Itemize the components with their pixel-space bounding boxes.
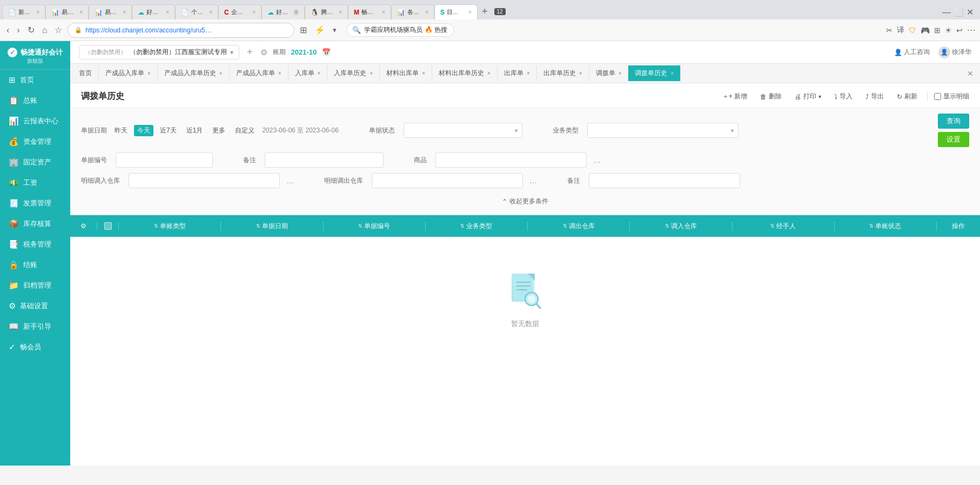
page-tab-product-in[interactable]: 产成品入库单 × [99, 65, 158, 81]
sidebar-item-invoice[interactable]: 🧾 发票管理 [0, 193, 70, 214]
sidebar-item-settings[interactable]: ⚙ 基础设置 [0, 296, 70, 316]
export-btn[interactable]: ⤴ 导出 [862, 90, 887, 103]
browser-tab[interactable]: 📊 易… × [45, 4, 89, 19]
page-tab-in-history[interactable]: 入库单历史 × [327, 65, 380, 81]
detail-in-input[interactable] [129, 173, 280, 188]
th-doc-no[interactable]: ⇅ 单据编号 [324, 222, 426, 231]
th-out-warehouse[interactable]: ⇅ 调出仓库 [528, 222, 630, 231]
page-tab-transfer[interactable]: 调拨单 × [589, 65, 629, 81]
cut-icon[interactable]: ✂ [886, 26, 892, 35]
status-select[interactable]: ▾ [404, 123, 522, 138]
settings-btn[interactable]: 设置 [938, 132, 969, 147]
add-company-btn[interactable]: + [245, 46, 255, 58]
back-button[interactable]: ‹ [4, 23, 11, 37]
window-control-minimize[interactable]: — [942, 8, 951, 17]
sidebar-item-inventory[interactable]: 📦 库存核算 [0, 214, 70, 234]
date-btn-more[interactable]: 更多 [209, 125, 229, 136]
date-btn-custom[interactable]: 自定义 [232, 125, 258, 136]
th-biz-type[interactable]: ⇅ 业务类型 [426, 222, 528, 231]
shield-icon[interactable]: 🛡 [909, 26, 916, 35]
window-control-maximize[interactable]: ⬜ [954, 8, 963, 17]
date-btn-yesterday[interactable]: 昨天 [111, 125, 131, 136]
forward-button[interactable]: › [15, 23, 22, 37]
browser-tab[interactable]: 📊 各… × [391, 4, 434, 19]
detail-out-ellipsis-btn[interactable]: … [529, 176, 537, 185]
date-btn-7days[interactable]: 近7天 [157, 125, 180, 136]
sidebar-item-ledger[interactable]: 📋 总账 [0, 90, 70, 111]
page-tab-material-out-history[interactable]: 材料出库单历史 × [432, 65, 498, 81]
page-tab-in[interactable]: 入库单 × [288, 65, 328, 81]
sidebar-item-reports[interactable]: 📊 云报表中心 [0, 111, 70, 131]
collapse-btn[interactable]: ⌃ 收起更多条件 [81, 194, 969, 209]
sidebar-item-assets[interactable]: 🏢 固定资产 [0, 152, 70, 172]
extensions-btn[interactable]: ⊞ [298, 23, 309, 37]
page-tab-home[interactable]: 首页 [72, 65, 99, 81]
sidebar-item-home[interactable]: ⊞ 首页 [0, 70, 70, 90]
th-date[interactable]: ⇅ 单据日期 [221, 222, 323, 231]
goods-ellipsis-btn[interactable]: … [593, 156, 601, 164]
search-bar[interactable]: 🔍 学霸应聘机场驱鸟员 🔥 热搜 [346, 23, 454, 37]
query-btn[interactable]: 查询 [938, 114, 969, 129]
sidebar-item-salary[interactable]: 💵 工资 [0, 172, 70, 193]
th-doc-type[interactable]: ⇅ 单账类型 [119, 222, 221, 231]
sidebar-item-archive[interactable]: 📁 归档管理 [0, 275, 70, 296]
page-tab-material-out[interactable]: 材料出库单 × [380, 65, 432, 81]
translate-icon[interactable]: 译 [897, 25, 904, 35]
home-button[interactable]: ⌂ [40, 23, 50, 37]
sidebar-item-capital[interactable]: 💰 资金管理 [0, 131, 70, 152]
print-btn[interactable]: 🖨 打印 ▾ [791, 90, 824, 103]
company-selector[interactable]: （勿删勿禁用） （勿删勿禁用）江西服宝测试专用 ▾ [79, 45, 239, 59]
sidebar-item-member[interactable]: ✓ 畅会员 [0, 337, 70, 357]
display-toggle[interactable]: 显示明细 [934, 92, 969, 101]
select-all-checkbox[interactable] [104, 222, 112, 230]
browser-tab[interactable]: 📄 新… × [2, 4, 45, 19]
browser-tab[interactable]: 🐧 腾… × [305, 4, 348, 19]
goods-input[interactable] [435, 152, 587, 168]
dropdown-btn[interactable]: ▾ [331, 24, 339, 36]
menu-icon[interactable]: ⋯ [967, 25, 976, 35]
import-btn[interactable]: ⤵ 导入 [831, 90, 856, 103]
settings-btn[interactable]: ⚙ [260, 48, 267, 57]
refresh-btn[interactable]: ↻ 刷新 [894, 90, 921, 103]
browser-tab[interactable]: 📄 个… × [175, 4, 218, 19]
th-handler[interactable]: ⇅ 经手人 [733, 222, 835, 231]
sidebar-item-closing[interactable]: 🔒 结账 [0, 255, 70, 275]
date-btn-1month[interactable]: 近1月 [183, 125, 206, 136]
calendar-icon[interactable]: 📅 [322, 48, 331, 56]
lightning-btn[interactable]: ⚡ [312, 23, 327, 37]
user-avatar[interactable]: 👤 徐泽华 [938, 46, 971, 58]
browser-tab[interactable]: C 企… × [218, 4, 261, 19]
note-input[interactable] [265, 152, 384, 168]
sun-icon[interactable]: ☀ [945, 26, 952, 35]
sidebar-item-tax[interactable]: 📑 税务管理 [0, 234, 70, 255]
browser-tab[interactable]: ☁ 好… × [261, 4, 305, 19]
remark-input[interactable] [589, 173, 740, 188]
th-settings[interactable]: ⚙ [70, 222, 97, 230]
page-tab-product-in2[interactable]: 产成品入库单 × [230, 65, 288, 81]
page-tab-out-history[interactable]: 出库单历史 × [537, 65, 589, 81]
close-all-btn[interactable]: ✕ [963, 67, 978, 80]
window-control-close[interactable]: ✕ [966, 7, 974, 17]
detail-in-ellipsis-btn[interactable]: … [286, 176, 294, 185]
detail-out-input[interactable] [372, 173, 523, 188]
th-select-all[interactable] [97, 222, 119, 230]
biztype-select[interactable]: ▾ [587, 123, 739, 138]
service-btn[interactable]: 👤 人工咨询 [894, 48, 930, 57]
browser-tab-active[interactable]: S 目… × [434, 4, 478, 19]
new-tab-btn[interactable]: + [480, 6, 490, 17]
page-tab-transfer-history[interactable]: 调拨单历史 × [628, 65, 681, 81]
sidebar-item-guide[interactable]: 📖 新手引导 [0, 316, 70, 337]
voucherno-input[interactable] [116, 152, 213, 168]
browser-tab[interactable]: ☁ 好… × [132, 4, 175, 19]
th-status[interactable]: ⇅ 单账状态 [835, 222, 937, 231]
undo-icon[interactable]: ↩ [956, 26, 963, 35]
reload-button[interactable]: ↻ [25, 23, 37, 37]
date-btn-today[interactable]: 今天 [134, 125, 153, 136]
game-icon[interactable]: 🎮 [921, 26, 930, 35]
display-checkbox[interactable] [934, 93, 941, 100]
page-tab-out[interactable]: 出库单 × [498, 65, 537, 81]
page-tab-product-in-history[interactable]: 产成品入库单历史 × [158, 65, 230, 81]
grid-icon[interactable]: ⊞ [934, 26, 941, 35]
delete-btn[interactable]: 🗑 删除 [757, 90, 785, 103]
th-in-warehouse[interactable]: ⇅ 调入仓库 [630, 222, 732, 231]
